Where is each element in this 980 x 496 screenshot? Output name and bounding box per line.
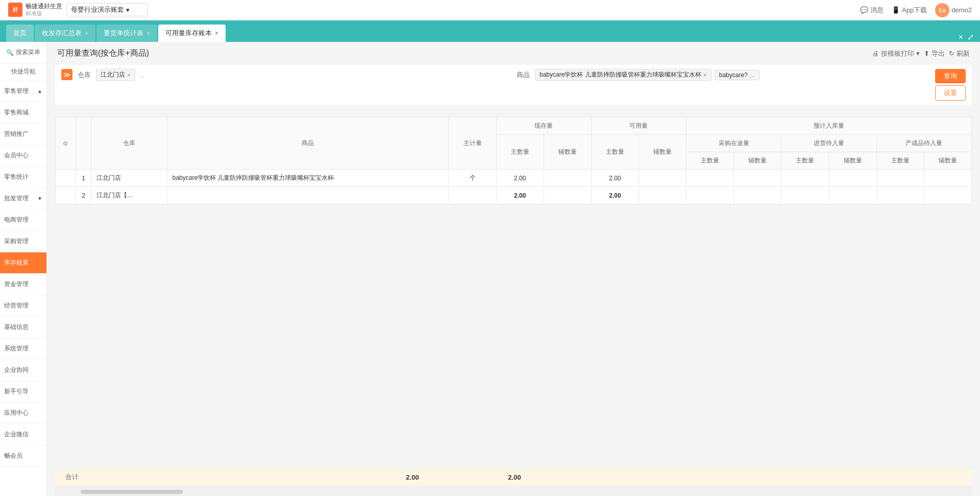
row1-avail-aux: [639, 170, 686, 187]
page-actions: 🖨 按模板打印 ▾ ⬆ 导出 ↻ 刷新: [872, 49, 970, 58]
main-layout: 🔍 搜索菜单 快捷导航 零售管理 ▲ 零售商城 营销推广 会员中心 零售统计 批…: [0, 42, 980, 496]
horizontal-scrollbar[interactable]: [55, 486, 972, 496]
th-seq: [76, 117, 91, 170]
tab-close-available-stock[interactable]: ×: [215, 30, 218, 37]
product-tag-1[interactable]: babycare学饮杯 儿童防摔防撞吸管杯重力球吸嘴杯宝宝水杯 ×: [535, 69, 712, 81]
chevron-down-icon-print: ▾: [916, 50, 920, 57]
tab-close-order-stat[interactable]: ×: [146, 30, 150, 37]
sidebar-item-system-mgmt[interactable]: 系统管理: [0, 338, 46, 360]
tab-order-stat[interactable]: 要货单统计表 ×: [96, 25, 157, 42]
sidebar-item-basic-info[interactable]: 基础信息: [0, 317, 46, 338]
row1-in-main: [781, 170, 829, 187]
company-select[interactable]: 母婴行业演示账套 ▾: [66, 3, 148, 16]
summary-avail-main: 2.00: [484, 474, 545, 481]
sidebar-item-wholesale-mgmt[interactable]: 批发管理 ▼: [0, 188, 46, 209]
th-avail-main: 主数量: [591, 135, 639, 170]
filter-expand-button[interactable]: ≫: [61, 69, 72, 80]
query-button[interactable]: 查询: [935, 69, 966, 83]
sidebar-item-finance-mgmt[interactable]: 资金管理: [0, 274, 46, 295]
row2-seq: 2: [76, 187, 91, 204]
top-bar-left: 好 畅捷通好生意 标准版 母婴行业演示账套 ▾: [8, 3, 148, 17]
row2-in-aux: [829, 187, 876, 204]
sidebar-item-member-vip[interactable]: 畅会员: [0, 445, 46, 467]
th-pur-main: 主数量: [687, 152, 734, 170]
product-tag-2[interactable]: babycare? ...: [715, 70, 760, 80]
sidebar-item-enterprise-collab[interactable]: 企业协同: [0, 360, 46, 381]
sidebar-item-ecommerce-mgmt[interactable]: 电商管理: [0, 209, 46, 231]
row1-seq: 1: [76, 170, 91, 187]
th-warehouse: 仓库: [91, 117, 167, 170]
row2-pur-main: [687, 187, 734, 204]
filter-area: ≫ 仓库 江北门店 × ... 商品 babycare学饮杯 儿童防摔防撞吸: [55, 65, 972, 105]
tab-home[interactable]: 首页: [6, 25, 34, 42]
warehouse-tag[interactable]: 江北门店 ×: [96, 69, 135, 81]
close-all-tabs-button[interactable]: ×: [959, 33, 963, 42]
sidebar-item-marketing[interactable]: 营销推广: [0, 124, 46, 145]
th-production: 产成品待入量: [876, 135, 971, 152]
row2-unit: [449, 187, 496, 204]
app-download-button[interactable]: 📱 App下载: [892, 6, 927, 15]
row2-avail-main: 2.00: [591, 187, 639, 204]
row1-stock-aux: [544, 170, 591, 187]
product-tag1-remove[interactable]: ×: [703, 72, 707, 79]
refresh-icon: ↻: [949, 50, 954, 57]
quick-nav-button[interactable]: 快捷导航: [0, 63, 46, 81]
summary-stock-main: 2.00: [382, 474, 443, 481]
settings-icon: ⚙: [63, 140, 68, 147]
row1-prod-aux: [924, 170, 971, 187]
top-bar-right: 💬 消息 📱 App下载 Ea demo2: [860, 3, 972, 17]
export-button[interactable]: ⬆ 导出: [924, 49, 945, 58]
search-menu-button[interactable]: 🔍 搜索菜单: [4, 46, 42, 59]
product-filter-label: 商品: [517, 70, 530, 80]
tab-close-receive[interactable]: ×: [85, 30, 88, 37]
product-tag2-more: ...: [750, 72, 755, 79]
th-stock-aux: 辅数量: [544, 135, 591, 170]
sidebar-item-app-center[interactable]: 应用中心: [0, 403, 46, 424]
th-prod-main: 主数量: [876, 152, 924, 170]
sidebar-item-inventory-check[interactable]: 库存核算: [0, 252, 46, 274]
content-area: 可用量查询(按仓库+商品) 🖨 按模板打印 ▾ ⬆ 导出 ↻ 刷新 ≫: [47, 42, 980, 496]
print-icon: 🖨: [872, 50, 879, 57]
sidebar-item-purchase-mgmt[interactable]: 采购管理: [0, 231, 46, 252]
th-incoming: 进货待入量: [781, 135, 876, 152]
th-forecast-group: 预计入库量: [687, 117, 972, 135]
chevron-icon: ▲: [37, 88, 42, 94]
page-title: 可用量查询(按仓库+商品): [57, 48, 149, 59]
warehouse-tag-remove[interactable]: ×: [127, 72, 131, 79]
sidebar-item-retail-mall[interactable]: 零售商城: [0, 102, 46, 124]
row1-unit: 个: [449, 170, 496, 187]
th-settings[interactable]: ⚙: [56, 117, 76, 170]
row2-stock-aux: [544, 187, 591, 204]
sidebar-item-operations-mgmt[interactable]: 经营管理: [0, 295, 46, 317]
page-header: 可用量查询(按仓库+商品) 🖨 按模板打印 ▾ ⬆ 导出 ↻ 刷新: [47, 42, 980, 65]
table-row: 2 江北门店【... 2.00 2.00: [56, 187, 972, 204]
row1-pur-main: [687, 170, 734, 187]
summary-label: 合计: [65, 473, 382, 482]
th-current-stock-group: 现存量: [496, 117, 591, 135]
scroll-thumb[interactable]: [81, 490, 183, 494]
chevron-icon-2: ▼: [37, 196, 42, 201]
export-icon: ⬆: [924, 50, 929, 57]
app-icon: 📱: [892, 6, 900, 14]
row1-warehouse: 江北门店: [91, 170, 167, 187]
warehouse-filter-label: 仓库: [78, 70, 91, 80]
settings-button[interactable]: 设置: [935, 85, 966, 101]
warehouse-more[interactable]: ...: [138, 71, 144, 79]
nav-right-actions: × ⤢: [959, 32, 974, 42]
expand-window-button[interactable]: ⤢: [967, 32, 974, 42]
sidebar-item-member-center[interactable]: 会员中心: [0, 145, 46, 167]
sidebar-item-enterprise-wechat[interactable]: 企业微信: [0, 424, 46, 445]
user-profile[interactable]: Ea demo2: [935, 3, 972, 17]
tab-available-stock[interactable]: 可用量库存账本 ×: [158, 25, 226, 42]
row2-avail-aux: [639, 187, 686, 204]
row1-prod-main: [876, 170, 924, 187]
logo-icon: 好: [8, 3, 22, 17]
sidebar-item-new-guide[interactable]: 新手引导: [0, 381, 46, 403]
refresh-button[interactable]: ↻ 刷新: [949, 49, 970, 58]
row1-stock-main: 2.00: [496, 170, 544, 187]
sidebar-item-retail-stat[interactable]: 零售统计: [0, 167, 46, 188]
message-button[interactable]: 💬 消息: [860, 6, 884, 15]
tab-receive[interactable]: 收发存汇总表 ×: [35, 25, 95, 42]
sidebar-item-retail-mgmt[interactable]: 零售管理 ▲: [0, 81, 46, 102]
template-print-button[interactable]: 🖨 按模板打印 ▾: [872, 49, 920, 58]
